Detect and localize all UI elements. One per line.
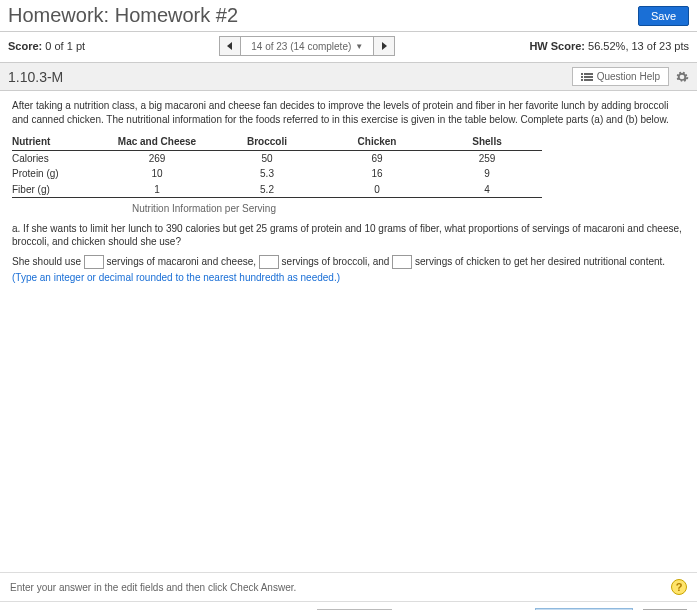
th-mac: Mac and Cheese: [102, 134, 212, 150]
th-nutrient: Nutrient: [12, 134, 102, 150]
question-content: After taking a nutrition class, a big ma…: [0, 91, 697, 572]
svg-marker-0: [227, 42, 232, 50]
svg-marker-1: [382, 42, 387, 50]
hw-score-value: 56.52%, 13 of 23 pts: [588, 40, 689, 52]
table-caption: Nutrition Information per Serving: [132, 202, 685, 216]
rounding-instruction: (Type an integer or decimal rounded to t…: [12, 271, 685, 285]
hw-score: HW Score: 56.52%, 13 of 23 pts: [529, 40, 689, 52]
triangle-left-icon: [226, 41, 234, 51]
score-label: Score:: [8, 40, 42, 52]
svg-rect-2: [581, 73, 583, 75]
settings-button[interactable]: [675, 70, 689, 84]
prev-question-button[interactable]: [219, 36, 241, 56]
nav-status[interactable]: 14 of 23 (14 complete) ▼: [241, 36, 373, 56]
footer-hint-bar: Enter your answer in the edit fields and…: [0, 572, 697, 601]
th-broccoli: Broccoli: [212, 134, 322, 150]
answer-input-chicken[interactable]: [392, 255, 412, 269]
gear-icon: [675, 70, 689, 84]
section-bar: 1.10.3-M Question Help: [0, 62, 697, 91]
svg-rect-5: [584, 76, 593, 78]
score-value: 0 of 1 pt: [45, 40, 85, 52]
svg-rect-4: [581, 76, 583, 78]
triangle-right-icon: [380, 41, 388, 51]
svg-rect-7: [584, 79, 593, 81]
save-button[interactable]: Save: [638, 6, 689, 26]
nutrition-table: Nutrient Mac and Cheese Broccoli Chicken…: [12, 134, 542, 198]
svg-rect-3: [584, 73, 593, 75]
table-row: Protein (g) 10 5.3 16 9: [12, 166, 542, 182]
table-row: Fiber (g) 1 5.2 0 4: [12, 182, 542, 198]
th-chicken: Chicken: [322, 134, 432, 150]
th-shells: Shells: [432, 134, 542, 150]
next-question-button[interactable]: [373, 36, 395, 56]
list-icon: [581, 72, 593, 82]
score-left: Score: 0 of 1 pt: [8, 40, 85, 52]
answer-line: She should use servings of macaroni and …: [12, 255, 685, 269]
title-bar: Homework: Homework #2 Save: [0, 0, 697, 32]
answer-input-broccoli[interactable]: [259, 255, 279, 269]
part-a-text: a. If she wants to limit her lunch to 39…: [12, 222, 685, 249]
section-id: 1.10.3-M: [8, 69, 572, 85]
help-button[interactable]: ?: [671, 579, 687, 595]
table-header-row: Nutrient Mac and Cheese Broccoli Chicken…: [12, 134, 542, 150]
footer-bar: 1 part remaining Clear All Check Answer: [0, 601, 697, 610]
answer-input-mac[interactable]: [84, 255, 104, 269]
chevron-down-icon: ▼: [355, 42, 363, 51]
footer-hint: Enter your answer in the edit fields and…: [10, 582, 296, 593]
intro-text: After taking a nutrition class, a big ma…: [12, 99, 685, 126]
question-help-button[interactable]: Question Help: [572, 67, 669, 86]
page-title: Homework: Homework #2: [8, 4, 638, 27]
question-navigator: 14 of 23 (14 complete) ▼: [85, 36, 529, 56]
score-bar: Score: 0 of 1 pt 14 of 23 (14 complete) …: [0, 32, 697, 62]
hw-score-label: HW Score:: [529, 40, 585, 52]
whitespace: [12, 284, 685, 564]
table-row: Calories 269 50 69 259: [12, 150, 542, 166]
svg-rect-6: [581, 79, 583, 81]
